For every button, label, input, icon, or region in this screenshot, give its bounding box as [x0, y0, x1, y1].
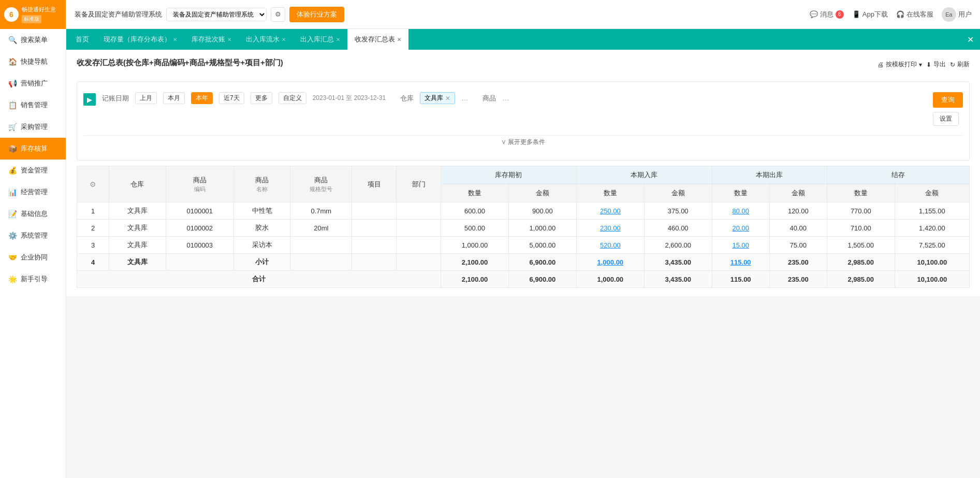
megaphone-icon: 📢 — [8, 79, 17, 88]
filter-bar: ▶ 记账日期 上月 本月 本年 近7天 更多 自定义 2023-01-01 至 … — [83, 87, 963, 131]
sidebar-item-search[interactable]: 🔍 搜索菜单 — [0, 29, 66, 51]
sidebar: 6 畅捷通好生意 标准版 🔍 搜索菜单 🏠 快捷导航 📢 营销推广 📋 销售管理… — [0, 0, 66, 478]
settings-gear-button[interactable]: ⚙ — [271, 7, 285, 22]
sidebar-logo: 6 畅捷通好生意 标准版 — [0, 0, 66, 29]
row-code: 0100001 — [166, 202, 233, 220]
row-out-amt: 75.00 — [769, 237, 827, 254]
col-closing-header: 结存 — [827, 166, 969, 184]
warehouse-tag-close[interactable]: ✕ — [445, 95, 450, 102]
goods-label: 商品 — [482, 94, 496, 103]
filter-toggle-button[interactable]: ▶ — [83, 93, 96, 106]
sidebar-item-label: 采购管理 — [21, 122, 48, 132]
row-close-amt: 1,155.00 — [895, 202, 969, 220]
date-btn-this-year[interactable]: 本年 — [191, 92, 213, 104]
column-settings-icon[interactable]: ⚙ — [90, 180, 96, 189]
row-project — [352, 254, 397, 271]
col-warehouse-header: 仓库 — [109, 166, 166, 202]
trial-button[interactable]: 体验行业方案 — [289, 7, 344, 22]
expand-more-button[interactable]: ∨ 展开更多条件 — [501, 138, 545, 147]
warehouse-more-button[interactable]: … — [461, 94, 468, 102]
row-name: 小计 — [233, 254, 290, 271]
clipboard-icon: 📋 — [8, 101, 17, 109]
user-button[interactable]: Ea 用户 — [942, 7, 972, 22]
service-button[interactable]: 🎧 在线客服 — [896, 10, 933, 19]
row-spec: 20ml — [290, 220, 352, 237]
messages-button[interactable]: 💬 消息 6 — [810, 10, 844, 19]
sidebar-item-finance[interactable]: 💰 资金管理 — [0, 160, 66, 181]
sidebar-item-label: 基础信息 — [21, 209, 48, 219]
row-out-amt: 235.00 — [769, 254, 827, 271]
footer-close-qty: 2,985.00 — [827, 271, 895, 288]
row-out-qty[interactable]: 115.00 — [712, 254, 769, 271]
tab-home-label: 首页 — [76, 35, 89, 44]
tab-stock-dist-close[interactable]: ✕ — [173, 37, 177, 42]
main-content: 装备及固定资产辅助管理系统 装备及固定资产辅助管理系统 ⚙ 体验行业方案 💬 消… — [66, 0, 980, 478]
col-out-header: 本期出库 — [712, 166, 827, 184]
refresh-button[interactable]: ↻ 刷新 — [950, 60, 970, 69]
table-row: 3文具库0100003采访本1,000.005,000.00520.002,60… — [77, 237, 970, 254]
tab-inout-flow[interactable]: 出入库流水 ✕ — [239, 29, 293, 50]
close-all-tabs-button[interactable]: ✕ — [963, 35, 978, 45]
sidebar-item-quick[interactable]: 🏠 快捷导航 — [0, 51, 66, 73]
row-out-qty[interactable]: 20.00 — [712, 220, 769, 237]
row-dept — [397, 220, 441, 237]
date-btn-last-month[interactable]: 上月 — [135, 92, 157, 104]
sidebar-item-sales[interactable]: 📋 销售管理 — [0, 94, 66, 116]
avatar: Ea — [942, 7, 956, 22]
footer-label: 合计 — [77, 271, 441, 288]
print-button[interactable]: 🖨 按模板打印 ▾ — [877, 60, 922, 69]
sidebar-item-newguide[interactable]: 🌟 新手引导 — [0, 268, 66, 290]
row-out-qty[interactable]: 80.00 — [712, 202, 769, 220]
chart-icon: 📊 — [8, 188, 17, 196]
row-in-qty[interactable]: 230.00 — [576, 220, 644, 237]
closing-amt-header: 金额 — [895, 184, 969, 202]
row-open-qty: 1,000.00 — [441, 237, 509, 254]
sidebar-item-label: 资金管理 — [21, 166, 48, 175]
sidebar-item-label: 新手引导 — [21, 274, 48, 284]
sidebar-item-operations[interactable]: 📊 经营管理 — [0, 181, 66, 203]
refresh-icon: ↻ — [950, 61, 955, 68]
system-select[interactable]: 装备及固定资产辅助管理系统 — [166, 8, 267, 21]
date-btn-custom[interactable]: 自定义 — [279, 92, 306, 104]
sidebar-item-inventory[interactable]: 📦 库存核算 — [0, 138, 66, 160]
tab-batch[interactable]: 库存批次账 ✕ — [184, 29, 239, 50]
sidebar-item-basic[interactable]: 📝 基础信息 — [0, 203, 66, 225]
tab-recv-send[interactable]: 收发存汇总表 ✕ — [347, 29, 408, 50]
goods-more-button[interactable]: … — [502, 94, 509, 102]
row-in-qty[interactable]: 520.00 — [576, 237, 644, 254]
col-settings-header[interactable]: ⚙ — [77, 166, 109, 202]
export-button[interactable]: ⬇ 导出 — [926, 60, 946, 69]
row-dept — [397, 254, 441, 271]
row-in-qty[interactable]: 1,000.00 — [576, 254, 644, 271]
settings-button[interactable]: 设置 — [933, 112, 959, 126]
row-warehouse: 文具库 — [109, 202, 166, 220]
sidebar-item-purchase[interactable]: 🛒 采购管理 — [0, 116, 66, 138]
sidebar-item-label: 搜索菜单 — [21, 35, 48, 45]
tab-inout-summary-close[interactable]: ✕ — [336, 37, 340, 42]
row-warehouse: 文具库 — [109, 254, 166, 271]
page-content: 收发存汇总表(按仓库+商品编码+商品+规格型号+项目+部门) 🖨 按模板打印 ▾… — [66, 50, 980, 478]
row-in-qty[interactable]: 250.00 — [576, 202, 644, 220]
row-project — [352, 202, 397, 220]
expand-more-section: ∨ 展开更多条件 — [83, 135, 963, 151]
app-download-button[interactable]: 📱 App下载 — [852, 10, 888, 19]
row-code: 0100002 — [166, 220, 233, 237]
tab-recv-send-close[interactable]: ✕ — [397, 37, 401, 42]
tab-home[interactable]: 首页 — [68, 29, 96, 50]
col-name-header: 商品名称 — [233, 166, 290, 202]
sidebar-item-marketing[interactable]: 📢 营销推广 — [0, 73, 66, 94]
row-close-qty: 710.00 — [827, 220, 895, 237]
row-out-qty[interactable]: 15.00 — [712, 237, 769, 254]
sidebar-item-enterprise[interactable]: 🤝 企业协同 — [0, 247, 66, 268]
date-btn-this-month[interactable]: 本月 — [163, 92, 185, 104]
tab-inout-flow-close[interactable]: ✕ — [282, 37, 286, 42]
tab-batch-close[interactable]: ✕ — [227, 37, 231, 42]
date-btn-7days[interactable]: 近7天 — [219, 92, 244, 104]
sidebar-item-system[interactable]: ⚙️ 系统管理 — [0, 225, 66, 247]
tab-stock-dist[interactable]: 现存量（库存分布表） ✕ — [96, 29, 184, 50]
date-btn-more[interactable]: 更多 — [251, 92, 272, 104]
query-button[interactable]: 查询 — [933, 92, 963, 108]
tab-inout-summary[interactable]: 出入库汇总 ✕ — [293, 29, 347, 50]
export-icon: ⬇ — [926, 61, 931, 68]
row-code — [166, 254, 233, 271]
